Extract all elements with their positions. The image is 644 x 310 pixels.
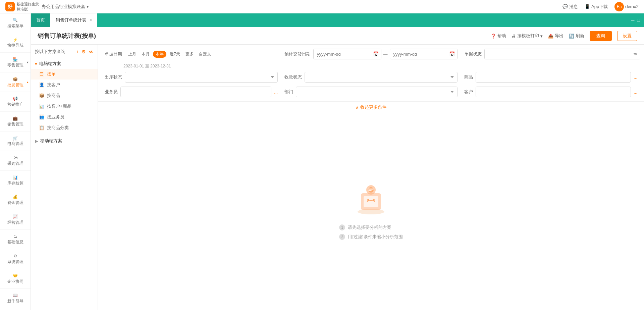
ship-status-select[interactable]: [125, 72, 278, 83]
print-arrow-icon: ▾: [540, 34, 543, 39]
sidebar-item-retail[interactable]: 🏪 零售管理 ▾: [0, 53, 31, 72]
wholesale-icon: 📦: [13, 76, 18, 82]
date-current-year-btn[interactable]: 本年: [153, 51, 166, 58]
sales-icon: 💼: [13, 116, 18, 121]
sidebar-item-marketing[interactable]: 📢 营销推广: [0, 92, 31, 112]
sidebar-item-guide[interactable]: 📖 新手引导: [0, 289, 31, 308]
sidebar-item-finance[interactable]: 💰 资金管理: [0, 190, 31, 210]
tab-home[interactable]: 首页: [31, 13, 50, 27]
scheme-settings-button[interactable]: ⚙: [82, 49, 86, 54]
query-button[interactable]: 查询: [590, 31, 612, 41]
payment-status-label: 收款状态: [284, 74, 302, 80]
goods-input[interactable]: [476, 72, 631, 83]
expected-date-from-input[interactable]: [313, 49, 381, 59]
empty-illustration: [351, 183, 391, 218]
date-last-7-btn[interactable]: 近7天: [168, 51, 182, 58]
company-selector[interactable]: 办公用品行业模拟账套 ▾: [42, 4, 89, 10]
date-this-month-btn[interactable]: 本月: [140, 51, 152, 58]
expected-date-label: 预计交货日期: [284, 51, 311, 57]
filter-grid-row2: 出库状态 收款状态: [98, 72, 644, 87]
salesman-input[interactable]: [120, 87, 271, 97]
sidebar-search[interactable]: 🔍 搜索菜单: [0, 13, 31, 33]
filter-department: 部门: [284, 87, 458, 97]
sidebar-item-purchase[interactable]: 🛍 采购管理: [0, 151, 31, 171]
collapse-icon: ∧: [356, 105, 359, 110]
sidebar-item-ecommerce[interactable]: 🛒 电商管理: [0, 132, 31, 151]
page-title: 销售订单统计表(按单): [38, 32, 96, 40]
export-button[interactable]: 📤 导出: [548, 33, 564, 39]
payment-status-select[interactable]: [305, 72, 458, 83]
message-action[interactable]: 💬 消息: [562, 4, 578, 10]
date-more-btn[interactable]: 更多: [183, 51, 196, 58]
minimize-icon[interactable]: ─: [631, 17, 635, 23]
calendar-from-icon[interactable]: 📅: [373, 51, 379, 57]
sidebar-item-wholesale[interactable]: 📦 批发管理 ▴: [0, 72, 31, 92]
expected-date-to-input[interactable]: [390, 49, 458, 59]
help-button[interactable]: ❓ 帮助: [491, 33, 506, 39]
add-scheme-button[interactable]: +: [76, 49, 79, 54]
scheme-item-by-salesman[interactable]: 👥 按业务员: [31, 112, 98, 122]
ship-status-label: 出库状态: [105, 74, 122, 80]
maximize-icon[interactable]: □: [637, 17, 640, 23]
quick-nav-icon: ⚡: [13, 37, 18, 43]
goods-more-btn[interactable]: ...: [634, 75, 637, 80]
department-select[interactable]: [296, 87, 458, 97]
settings-button[interactable]: 设置: [617, 31, 637, 41]
app-download-action[interactable]: 📱 App下载: [585, 4, 608, 10]
salesman-label: 业务员: [105, 89, 118, 95]
retail-icon: 🏪: [13, 57, 18, 62]
user-name: demo2: [625, 4, 639, 9]
scheme-collapse-button[interactable]: ≪: [89, 49, 94, 54]
date-last-month-btn[interactable]: 上月: [126, 51, 138, 58]
customer-input[interactable]: [476, 87, 631, 97]
sidebar-item-enterprise[interactable]: 🤝 企业协同: [0, 269, 31, 289]
sidebar-item-system[interactable]: ⚙ 系统管理: [0, 249, 31, 269]
goods-label: 商品: [464, 74, 473, 80]
chevron-down-icon-pc: ▾: [35, 61, 37, 66]
ecommerce-icon: 🛒: [13, 136, 18, 141]
date-quick-buttons: 上月 本月 本年 近7天 更多 自定义: [126, 51, 213, 58]
system-icon: ⚙: [13, 253, 17, 259]
chevron-down-icon-wholesale: ▴: [27, 80, 29, 85]
filter-expected-date: 预计交货日期 📅 — 📅: [284, 49, 458, 59]
tab-active[interactable]: 销售订单统计表 ×: [50, 13, 97, 27]
message-icon: 💬: [562, 4, 568, 9]
calendar-to-icon[interactable]: 📅: [449, 51, 455, 57]
scheme-pc-title[interactable]: ▾ 电脑端方案: [31, 59, 98, 69]
expected-date-to-wrapper: 📅: [390, 49, 458, 59]
logo-icon: 好: [5, 2, 15, 11]
by-cust-goods-icon: 📊: [39, 104, 44, 109]
sidebar-item-sales[interactable]: 💼 销售管理: [0, 112, 31, 132]
scheme-item-by-customer[interactable]: 👤 按客户: [31, 80, 98, 90]
sidebar-item-inventory[interactable]: 📊 库存核算: [0, 171, 31, 191]
scheme-mobile-section: ▶ 移动端方案: [31, 135, 98, 147]
scheme-item-by-order[interactable]: ☰ 按单: [31, 69, 98, 80]
refresh-button[interactable]: 🔄 刷新: [569, 33, 584, 39]
scheme-mobile-title[interactable]: ▶ 移动端方案: [31, 136, 98, 146]
filter-single-status: 单据状态 ▾: [464, 49, 637, 59]
customer-more-btn[interactable]: ...: [634, 90, 637, 95]
page-wrapper: 销售订单统计表(按单) ❓ 帮助 🖨 按模板打印 ▾ 📤 导出: [31, 27, 644, 310]
by-customer-icon: 👤: [39, 82, 44, 88]
user-info[interactable]: Ea demo2: [614, 2, 639, 11]
tab-close-icon[interactable]: ×: [90, 18, 92, 22]
single-status-select[interactable]: [484, 49, 640, 59]
nav-tab-controls: ─ □: [631, 17, 644, 23]
top-bar: 好 畅捷通好生意 标准版 办公用品行业模拟账套 ▾ 💬 消息 📱 App下载 E…: [0, 0, 644, 13]
scheme-item-by-cust-goods[interactable]: 📊 按客户+商品: [31, 101, 98, 112]
sidebar-item-appstore[interactable]: 🔲 应用中心: [0, 308, 31, 310]
sidebar-item-basic[interactable]: 🗂 基础信息: [0, 230, 31, 250]
by-category-icon: 📋: [39, 125, 44, 131]
collapse-bar[interactable]: ∧ 收起更多条件: [98, 101, 644, 113]
search-icon: 🔍: [13, 17, 18, 23]
sidebar-item-quick-nav[interactable]: ⚡ 快捷导航: [0, 33, 31, 53]
by-order-icon: ☰: [39, 71, 44, 77]
sidebar-item-operation[interactable]: 📈 经营管理: [0, 210, 31, 230]
date-custom-btn[interactable]: 自定义: [197, 51, 213, 58]
empty-tip-2: 2 用[过滤]条件来缩小分析范围: [339, 234, 402, 240]
scheme-item-by-goods[interactable]: 📦 按商品: [31, 90, 98, 101]
by-salesman-icon: 👥: [39, 114, 44, 120]
scheme-item-by-category[interactable]: 📋 按商品分类: [31, 122, 98, 133]
template-print-button[interactable]: 🖨 按模板打印 ▾: [512, 33, 543, 39]
salesman-more-btn[interactable]: ...: [274, 90, 278, 95]
